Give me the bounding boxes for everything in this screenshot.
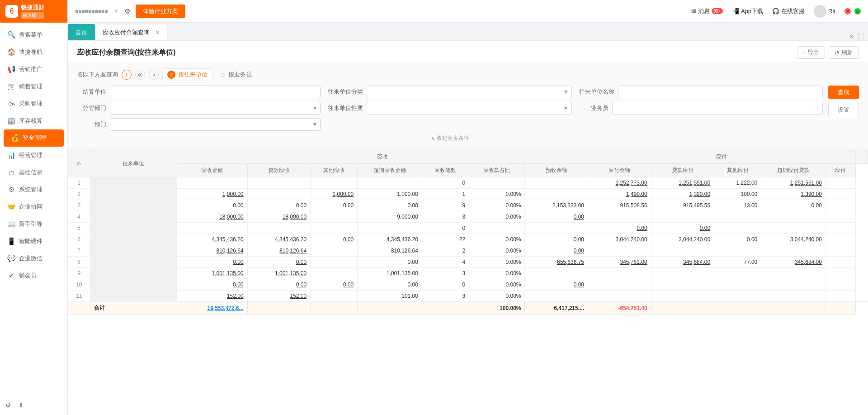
sidebar-item-hardware[interactable]: 📱 智能硬件 — [0, 233, 67, 250]
refresh-icon: ↺ — [835, 49, 840, 56]
sidebar-item-operation[interactable]: 📊 经营管理 — [0, 147, 67, 164]
filter-partner-category: 往来单位分类 ▼ — [328, 86, 571, 98]
footer-ar-total[interactable]: 19,553,472,6... — [177, 302, 247, 315]
salesperson-input[interactable]: ··· — [612, 102, 823, 114]
hardware-icon: 📱 — [7, 237, 15, 245]
sidebar-item-basic[interactable]: 🗂 基础信息 — [0, 164, 67, 181]
breadcrumb: ■■■■■■■■■■ — [75, 8, 108, 14]
footer-label-cell — [68, 302, 90, 315]
sidebar-item-member[interactable]: ✔ 畅会员 — [0, 267, 67, 284]
header-left: ■■■■■■■■■■ ▼ ⚙ 体验行业方案 — [75, 5, 185, 18]
tab-expand[interactable]: ⛶ — [858, 33, 864, 40]
collapse-more-btn[interactable]: ∧ 收起更多条件 — [77, 133, 823, 144]
export-button[interactable]: ↑ 导出 — [797, 46, 826, 59]
max-btn[interactable]: □ — [854, 8, 861, 14]
system-icon: ⚙ — [7, 186, 15, 194]
partner-nature-input[interactable]: ▼ — [367, 102, 571, 114]
partner-category-label: 往来单位分类 — [328, 88, 363, 96]
sidebar-item-system[interactable]: ⚙ 系统管理 — [0, 181, 67, 198]
table-gear-icon[interactable]: ⚙ — [76, 161, 81, 167]
guide-icon: 📖 — [7, 220, 15, 228]
table-row: 64,345,436.204,345,436.200.004,345,436.2… — [68, 234, 868, 245]
scheme-label-1: 按往来单位 — [178, 71, 208, 79]
scheme-by-partner[interactable]: ⑥ 按往来单位 — [162, 68, 212, 81]
online-service-label: 在线客服 — [781, 7, 805, 15]
purchase-icon: 🛍 — [7, 100, 15, 108]
col-prepay: 预收余额 — [525, 164, 588, 177]
tab-balance[interactable]: 应收应付余额查询 ✕ — [95, 24, 167, 40]
trial-button[interactable]: 体验行业方案 — [136, 5, 185, 18]
sidebar-item-sales[interactable]: 🛒 销售管理 — [0, 78, 67, 95]
sidebar-item-inventory[interactable]: 🏢 库存核算 — [0, 112, 67, 129]
sidebar-item-wechat[interactable]: 💬 企业微信 — [0, 250, 67, 267]
app-download-btn[interactable]: 📲 App下载 — [732, 7, 763, 15]
partner-name-input[interactable] — [618, 86, 823, 98]
operation-icon: 📊 — [7, 151, 15, 159]
service-icon: 🎧 — [772, 8, 779, 14]
tab-home-label: 首页 — [75, 29, 87, 37]
table-row: 101,252,773.001,251,551.001,222.001,251,… — [68, 177, 868, 189]
sidebar-item-label: 智能硬件 — [19, 237, 42, 245]
tab-close-window[interactable]: ✕ — [849, 33, 854, 40]
tab-bar-right: ✕ ⛶ — [849, 33, 868, 40]
wechat-icon: 💬 — [7, 254, 15, 262]
table-row: 500.000.00 — [68, 223, 868, 234]
col-ar-ratio: 应收款占比 — [469, 164, 525, 177]
query-button[interactable]: 查询 — [828, 86, 859, 99]
sidebar-item-collab[interactable]: 🤝 企业协同 — [0, 198, 67, 215]
footer-ar-loan — [247, 302, 311, 315]
sidebar-item-label: 基础信息 — [19, 168, 42, 176]
footer-prepay: 6,417,215.... — [525, 302, 588, 315]
footer-ar-count — [422, 302, 469, 315]
col-ar-count: 应收笔数 — [422, 164, 469, 177]
col-ar-overdue: 超期应收金额 — [358, 164, 422, 177]
sidebar-item-label: 系统管理 — [19, 186, 42, 194]
chevron-up-icon: ∧ — [431, 135, 435, 142]
dept-manager-input[interactable]: ▼ — [110, 102, 321, 114]
settlement-unit-input[interactable]: ··· — [110, 86, 321, 98]
scheme-by-salesperson[interactable]: ⊙ 按业务员 — [216, 69, 256, 81]
tab-home[interactable]: 首页 — [68, 24, 95, 40]
col-no-header: ⚙ — [68, 150, 90, 177]
sidebar-item-quick[interactable]: 🏠 快捷导航 — [0, 43, 67, 61]
sidebar-item-finance[interactable]: 💰 资金管理 — [4, 129, 64, 147]
tab-close-icon[interactable]: ✕ — [155, 29, 160, 36]
sidebar-item-search[interactable]: 🔍 搜索菜单 — [0, 26, 67, 43]
sidebar-nav: 🔍 搜索菜单 🏠 快捷导航 📢 营销推广 🛒 销售管理 🛍 采购管理 🏢 — [0, 23, 67, 395]
sidebar-item-marketing[interactable]: 📢 营销推广 — [0, 61, 67, 78]
table-section: ⚙ 往来单位 应收 应付 应收金额 贷款应收 其他应收 超期应收金额 — [68, 150, 868, 415]
partner-category-input[interactable]: ▼ — [367, 86, 571, 98]
col-ar-group: 应收 — [177, 150, 588, 164]
col-ar-loan: 贷款应收 — [247, 164, 311, 177]
dept-input[interactable]: ▼ — [110, 118, 321, 131]
col-ap-group: 应付 — [588, 150, 856, 164]
footer-ap-overdue — [761, 302, 826, 315]
settings-btn[interactable]: ⚙ — [124, 7, 130, 15]
username: Rit — [828, 8, 835, 14]
page-content: 应收应付余额查询(按往来单位) ↑ 导出 ↺ 刷新 按以下方案查询 — [68, 41, 868, 415]
sidebar-item-guide[interactable]: 📖 新手引导 — [0, 215, 67, 233]
online-service-btn[interactable]: 🎧 在线客服 — [772, 7, 805, 15]
refresh-button[interactable]: ↺ 刷新 — [829, 46, 859, 59]
user-avatar[interactable]: Rit — [814, 5, 835, 18]
message-btn[interactable]: ✉ 消息 99+ — [691, 7, 723, 15]
filter-settings-btn[interactable]: ◎ — [135, 70, 145, 80]
collapse-icon[interactable]: ⏸ — [18, 402, 24, 409]
filter-add-btn[interactable]: + — [122, 70, 132, 80]
settings-icon[interactable]: ⚙ — [5, 402, 11, 409]
sidebar-bottom: ⚙ ⏸ — [0, 395, 67, 415]
sidebar-item-purchase[interactable]: 🛍 采购管理 — [0, 95, 67, 112]
sidebar-item-label: 采购管理 — [19, 100, 42, 108]
home-icon: 🏠 — [7, 48, 15, 56]
table-row: 100.000.000.000.0000.00%0.00 — [68, 279, 868, 291]
sidebar-item-label: 快捷导航 — [19, 48, 42, 56]
filter-dept: 部门 ▼ — [77, 118, 321, 131]
member-icon: ✔ — [7, 272, 15, 280]
logo-badge: 标准版 — [21, 12, 44, 19]
setting-button[interactable]: 设置 — [828, 103, 859, 117]
filter-collapse-btn[interactable]: « — [149, 70, 159, 80]
footer-ar-other — [311, 302, 358, 315]
col-ap-amount: 应付金额 — [588, 164, 651, 177]
close-btn[interactable]: ✕ — [844, 8, 851, 14]
breadcrumb-arrow: ▼ — [113, 8, 119, 14]
